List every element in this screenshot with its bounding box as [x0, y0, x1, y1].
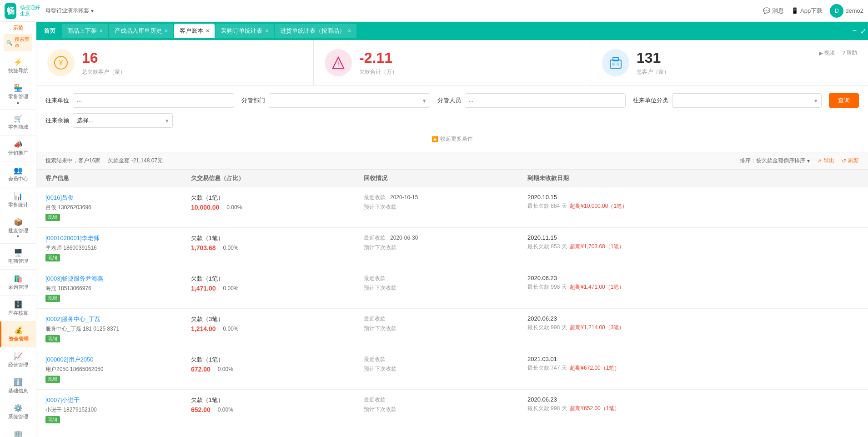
last-collect-label: 最近收款	[364, 356, 386, 362]
tab-close-icon[interactable]: ×	[348, 28, 351, 34]
sidebar-item-enterprise[interactable]: 🏢 企业协同	[0, 425, 36, 437]
customer-name[interactable]: [0007]小进干	[45, 396, 191, 404]
debt-amount: 1,214.00	[191, 325, 216, 332]
sidebar-item-operation[interactable]: 📈 经营管理	[0, 347, 36, 373]
tab-home[interactable]: 首页	[38, 24, 61, 38]
tab-customer-account[interactable]: 客户账本 ×	[174, 24, 215, 38]
sidebar-item-retail-mall[interactable]: 🛒 零售商城	[0, 110, 36, 136]
customer-name[interactable]: [0001020001]李老师	[45, 234, 191, 242]
customer-name[interactable]: [000002]用户2050	[45, 356, 191, 364]
tab-close-icon[interactable]: ×	[165, 28, 168, 34]
sidebar: 示范 🔍 搜索菜单 ⚡ 快捷导航 🏪 零售管理 ▲ 🛒 零售商城 📣 营销推广 …	[0, 22, 36, 437]
sidebar-search[interactable]: 🔍 搜索菜单	[4, 34, 32, 51]
sidebar-item-wholesale[interactable]: 📦 批发管理 ▼	[0, 213, 36, 244]
filter-item-balance: 往来余额 选择... ▾	[45, 113, 173, 128]
person-filter-dots: ···	[469, 97, 474, 104]
debt-cell: 欠款（1笔） 1,471.00 0.00%	[191, 275, 364, 292]
dept-filter-select[interactable]: ▾	[269, 93, 430, 108]
tab-purchase-goods[interactable]: 进货单统计表（按商品） ×	[275, 24, 356, 38]
sidebar-item-label: 快捷导航	[8, 67, 28, 74]
member-icon: 👥	[14, 166, 23, 175]
sidebar-item-basic[interactable]: ℹ️ 基础信息	[0, 373, 36, 399]
sidebar-item-system[interactable]: ⚙️ 系统管理	[0, 399, 36, 425]
person-filter-input[interactable]: ···	[465, 93, 626, 108]
tab-home-label: 首页	[44, 27, 55, 35]
tab-minimize-btn[interactable]: −	[853, 27, 857, 35]
customer-cell: [0002]服务中心_丁磊 服务中心_丁磊 181 0125 8371 现销	[45, 315, 191, 342]
purchase-icon: 🛍️	[14, 274, 23, 283]
balance-filter-value: 选择...	[77, 116, 94, 125]
sidebar-item-label: 资金管理	[9, 336, 29, 342]
svg-text:!: !	[337, 61, 339, 68]
overdue-days: 最长欠款 853 天 超期¥1,703.68（1笔）	[527, 243, 859, 251]
store-selector[interactable]: 母婴行业演示账套 ▾	[45, 7, 94, 15]
export-btn[interactable]: ↗ 导出	[817, 157, 834, 165]
tab-maximize-btn[interactable]: ⤢	[860, 27, 866, 35]
customer-name[interactable]: [0002]服务中心_丁磊	[45, 315, 191, 323]
table-header: 客户信息 欠交易信息（占比） 回收情况 到期未收款日期	[36, 170, 868, 187]
tab-close-icon[interactable]: ×	[100, 28, 103, 34]
tab-purchase-order[interactable]: 采购订单统计表 ×	[216, 24, 274, 38]
tab-close-icon[interactable]: ×	[206, 28, 209, 34]
table-row: [0016]吕俊 吕俊 13026203696 现销 欠款（1笔） 10,000…	[36, 187, 868, 228]
user-menu[interactable]: D demo2	[830, 4, 863, 18]
search-button[interactable]: 查询	[829, 93, 859, 108]
table-row: [0006]去下粮仓 陈小帅 现销 欠款（1笔） 455.90 0.00% 最近…	[36, 430, 868, 437]
sidebar-search-label: 搜索菜单	[15, 36, 30, 50]
debt-row: 652.00 0.00%	[191, 406, 364, 413]
chevron-down-icon: ▾	[423, 97, 426, 104]
help-link[interactable]: ? 帮助	[842, 49, 857, 57]
last-collect-label: 最近收款	[364, 316, 386, 322]
overdue-amount-link[interactable]: 超期¥1,214.00（3笔）	[570, 324, 624, 331]
sidebar-item-purchase[interactable]: 🛍️ 采购管理	[0, 270, 36, 296]
customer-badge: 现销	[45, 214, 60, 221]
overdue-amount-link[interactable]: 超期¥652.00（1笔）	[570, 405, 620, 412]
company-filter-input[interactable]: ···	[73, 93, 234, 108]
debt-percent: 0.00%	[223, 245, 239, 251]
tab-close-icon[interactable]: ×	[265, 28, 268, 34]
enterprise-icon: 🏢	[14, 430, 23, 437]
sort-chevron-icon: ▾	[807, 158, 810, 164]
tab-product-shelf[interactable]: 商品上下架 ×	[62, 24, 108, 38]
tab-production-history[interactable]: 产成品入库单历史 ×	[109, 24, 173, 38]
message-btn[interactable]: 💬 消息	[763, 7, 784, 15]
export-icon: ↗	[817, 158, 822, 164]
balance-filter-select[interactable]: 选择... ▾	[73, 113, 173, 128]
ecommerce-icon: 🖥️	[14, 248, 23, 257]
sidebar-item-marketing[interactable]: 📣 营销推广	[0, 136, 36, 161]
category-filter-select[interactable]: ▾	[672, 93, 822, 108]
video-link[interactable]: ▶ 视频	[819, 49, 835, 57]
stats-row: ¥ 16 总欠款客户（家） ! -2.11 欠款合计（万）	[36, 40, 868, 86]
customer-phone: 小进干 18279152100	[45, 406, 191, 414]
overdue-amount-link[interactable]: 超期¥672.00（1笔）	[570, 365, 620, 371]
customer-name[interactable]: [0016]吕俊	[45, 194, 191, 202]
sidebar-item-ecommerce[interactable]: 🖥️ 电商管理	[0, 244, 36, 270]
sidebar-item-quick-nav[interactable]: ⚡ 快捷导航	[0, 53, 36, 79]
top-bar: 畅 畅捷通好生意 母婴行业演示账套 ▾ 💬 消息 📱 App下载 D demo2	[0, 0, 868, 22]
last-collect-label: 最近收款	[364, 194, 386, 201]
debt-cell: 欠款（1笔） 672.00 0.00%	[191, 356, 364, 373]
main-scroll[interactable]: ¥ 16 总欠款客户（家） ! -2.11 欠款合计（万）	[36, 40, 868, 437]
sort-dropdown[interactable]: 排序：按欠款金额倒序排序 ▾	[740, 157, 810, 165]
next-recovery: 预计下次收款	[364, 325, 527, 332]
sidebar-item-inventory[interactable]: 🗄️ 库存核算	[0, 296, 36, 321]
overdue-amount-link[interactable]: 超期¥10,000.00（1笔）	[570, 203, 627, 209]
balance-filter-label: 往来余额	[45, 116, 69, 125]
customer-name[interactable]: [0003]畅捷服务尹海燕	[45, 275, 191, 283]
sidebar-item-retail-stats[interactable]: 📊 零售统计	[0, 187, 36, 213]
sidebar-item-finance[interactable]: 💰 资金管理	[0, 321, 36, 347]
filter-item-dept: 分管部门 ▾	[241, 93, 430, 108]
tabs-right-buttons: − ⤢	[853, 27, 866, 35]
overdue-cell: 2020.06.23 最长欠款 998 天 超期¥1,471.00（1笔）	[527, 275, 859, 291]
refresh-btn[interactable]: ↺ 刷新	[842, 157, 859, 165]
sidebar-item-retail[interactable]: 🏪 零售管理 ▲	[0, 79, 36, 110]
customer-badge: 现销	[45, 416, 60, 423]
app-download-btn[interactable]: 📱 App下载	[791, 7, 823, 15]
debt-amount: 1,703.68	[191, 244, 216, 251]
overdue-amount-link[interactable]: 超期¥1,703.68（1笔）	[570, 243, 624, 250]
collapse-btn[interactable]: 🔼 收起更多条件	[430, 133, 475, 145]
customer-phone: 李老师 18600391516	[45, 244, 191, 252]
debt-cell: 欠款（1笔） 1,703.68 0.00%	[191, 234, 364, 251]
sidebar-item-member[interactable]: 👥 会员中心	[0, 161, 36, 187]
overdue-amount-link[interactable]: 超期¥1,471.00（1笔）	[570, 284, 624, 290]
